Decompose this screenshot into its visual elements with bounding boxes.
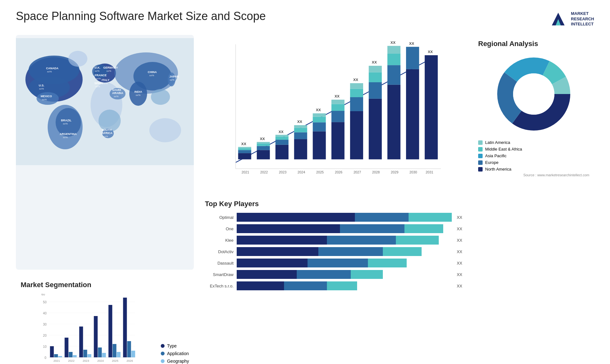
svg-text:xx%: xx% — [95, 85, 100, 88]
legend-color-na — [478, 167, 483, 172]
key-players: Top Key Players Optimal XX One — [200, 195, 467, 298]
svg-text:SOUTH: SOUTH — [102, 128, 112, 131]
svg-text:U.K.: U.K. — [95, 66, 100, 69]
legend-label-asia: Asia Pacific — [485, 153, 506, 158]
svg-text:xx%: xx% — [42, 98, 47, 101]
svg-rect-110 — [275, 135, 288, 137]
bar-dark — [237, 213, 355, 222]
center-section: XX 2021 XX 2022 XX 2023 — [200, 35, 467, 364]
player-xx-extech: XX — [457, 284, 462, 288]
world-map-container: CANADA xx% U.S. xx% MEXICO xx% BRAZIL xx… — [16, 35, 194, 270]
growth-chart-svg: XX 2021 XX 2022 XX 2023 — [203, 38, 464, 184]
svg-text:xx%: xx% — [170, 78, 174, 81]
legend-label-application: Application — [167, 351, 189, 356]
svg-text:2025: 2025 — [316, 170, 324, 174]
legend-north-america: North America — [478, 167, 589, 172]
legend-label-europe: Europe — [485, 160, 498, 165]
seg-legend: Type Application Geography — [161, 343, 189, 364]
svg-text:INDIA: INDIA — [134, 90, 142, 93]
key-players-title: Top Key Players — [205, 200, 462, 208]
svg-text:xx%: xx% — [103, 82, 108, 85]
bar-mid — [308, 259, 368, 267]
bar-dark — [237, 270, 297, 279]
legend-label-latin: Latin America — [485, 140, 510, 145]
svg-text:2029: 2029 — [391, 170, 398, 174]
svg-rect-107 — [275, 145, 288, 159]
player-bar-dassault — [237, 259, 452, 267]
logo: MARKET RESEARCH INTELLECT — [549, 10, 594, 29]
bar-dark — [237, 259, 308, 267]
svg-text:XX: XX — [390, 40, 396, 44]
svg-rect-84 — [112, 344, 116, 357]
svg-text:U.S.: U.S. — [39, 84, 44, 87]
svg-text:XX: XX — [316, 108, 321, 112]
svg-text:xx%: xx% — [96, 77, 101, 80]
svg-rect-68 — [54, 354, 58, 357]
logo-text: MARKET RESEARCH INTELLECT — [571, 11, 594, 27]
legend-dot-type — [161, 344, 165, 348]
player-name-smartdraw: SmartDraw — [205, 272, 234, 277]
svg-rect-89 — [131, 351, 135, 357]
market-seg-title: Market Segmentation — [21, 281, 189, 289]
legend-dot-geography — [161, 359, 165, 363]
svg-rect-127 — [331, 104, 344, 111]
svg-text:2025: 2025 — [112, 359, 118, 362]
svg-text:2021: 2021 — [241, 170, 249, 174]
legend-application: Application — [161, 351, 189, 356]
svg-rect-85 — [117, 352, 120, 357]
svg-text:20: 20 — [43, 334, 47, 337]
svg-rect-120 — [313, 122, 326, 131]
player-row-optimal: Optimal XX — [205, 213, 462, 222]
world-map-svg: CANADA xx% U.S. xx% MEXICO xx% BRAZIL xx… — [16, 35, 194, 168]
svg-rect-95 — [238, 153, 251, 159]
svg-rect-79 — [94, 316, 98, 357]
svg-rect-132 — [350, 97, 363, 111]
left-section: CANADA xx% U.S. xx% MEXICO xx% BRAZIL xx… — [16, 35, 194, 364]
bar-light — [327, 281, 357, 290]
bar-dark — [237, 281, 284, 290]
svg-rect-103 — [257, 144, 270, 146]
player-bar-optimal — [237, 213, 452, 222]
bar-light — [396, 236, 439, 245]
bar-mid — [340, 224, 404, 233]
player-bar-dotactiv — [237, 247, 452, 256]
svg-text:CANADA: CANADA — [46, 67, 58, 70]
svg-text:JAPAN: JAPAN — [169, 75, 179, 78]
svg-rect-104 — [257, 142, 270, 144]
svg-text:10: 10 — [43, 345, 47, 348]
svg-text:BRAZIL: BRAZIL — [61, 119, 71, 122]
svg-text:FRANCE: FRANCE — [95, 74, 107, 77]
svg-rect-113 — [294, 139, 307, 159]
player-xx-dassault: XX — [457, 261, 462, 266]
regional-analysis: Regional Analysis — [473, 35, 594, 182]
player-row-dassault: Dassault XX — [205, 259, 462, 267]
regional-legend: Latin America Middle East & Africa Asia … — [478, 140, 589, 172]
svg-rect-139 — [369, 72, 382, 82]
svg-text:xx%: xx% — [95, 70, 99, 72]
seg-chart-area: 0 10 20 30 40 50 60 — [21, 294, 189, 364]
svg-rect-96 — [238, 150, 251, 153]
svg-point-7 — [68, 51, 87, 67]
bar-light — [351, 270, 383, 279]
svg-text:XX: XX — [428, 50, 433, 54]
svg-text:SPAIN: SPAIN — [94, 82, 103, 85]
svg-rect-143 — [387, 85, 400, 159]
svg-rect-140 — [369, 66, 382, 72]
player-name-klee: Klee — [205, 238, 234, 243]
legend-color-europe — [478, 160, 483, 165]
legend-asia-pacific: Asia Pacific — [478, 153, 589, 158]
svg-rect-98 — [238, 147, 251, 148]
legend-geography: Geography — [161, 359, 189, 364]
player-xx-optimal: XX — [457, 215, 462, 220]
svg-text:XX: XX — [297, 119, 302, 124]
svg-rect-133 — [350, 89, 363, 97]
growth-chart: XX 2021 XX 2022 XX 2023 — [200, 35, 467, 189]
svg-rect-108 — [275, 140, 288, 145]
legend-label-type: Type — [167, 343, 177, 348]
svg-text:XX: XX — [279, 130, 284, 134]
svg-rect-81 — [102, 353, 106, 357]
svg-rect-128 — [331, 100, 344, 104]
svg-text:xx%: xx% — [149, 74, 154, 77]
svg-text:XX: XX — [353, 78, 358, 82]
legend-label-mea: Middle East & Africa — [485, 147, 522, 152]
